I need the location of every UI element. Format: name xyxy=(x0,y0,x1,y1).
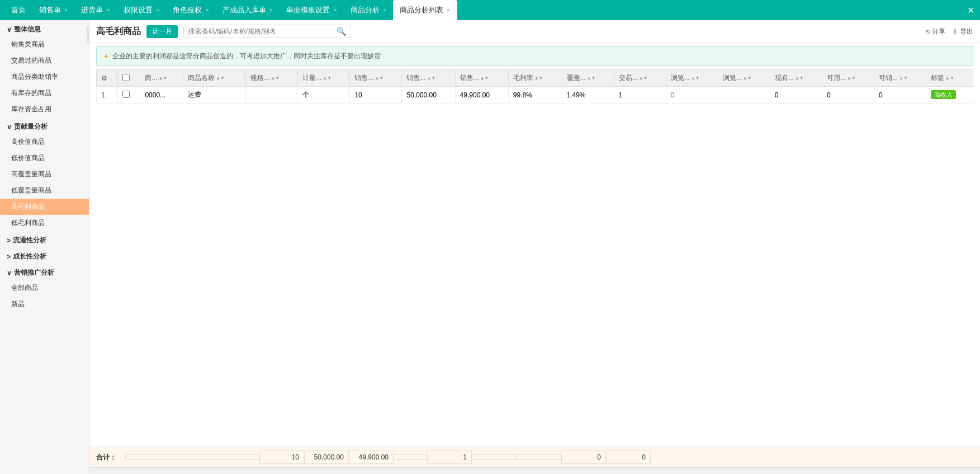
sort-icon-spec[interactable]: ▲▼ xyxy=(271,76,280,81)
col-header-views2[interactable]: 浏览...▲▼ xyxy=(718,70,770,87)
sort-icon-name[interactable]: ▲▼ xyxy=(216,76,225,81)
footer-spacer1 xyxy=(125,454,259,460)
footer-sales-amount: 50,000.00 xyxy=(304,450,349,464)
sidebar-item-1-5[interactable]: 低毛利商品 xyxy=(0,215,89,231)
sidebar-item-1-1[interactable]: 低价值商品 xyxy=(0,150,89,166)
footer-spacer2 xyxy=(394,454,427,460)
info-icon: ✦ xyxy=(103,53,109,60)
cell-salesProfit-0: 49,900.00 xyxy=(455,87,508,104)
close-window-icon[interactable]: ✕ xyxy=(967,5,974,16)
sidebar-toggle[interactable]: 《 xyxy=(87,26,89,43)
search-icon[interactable]: 🔍 xyxy=(337,27,346,36)
nav-tab-6[interactable]: 单据模板设置× xyxy=(280,0,343,20)
sort-icon-coverage[interactable]: ▲▼ xyxy=(587,76,596,81)
col-header-unit[interactable]: 计量...▲▼ xyxy=(298,70,350,87)
sort-icon-grossMargin[interactable]: ▲▼ xyxy=(534,76,543,81)
col-header-saleable[interactable]: 可销...▲▼ xyxy=(874,70,926,87)
cell-current-0: 0 xyxy=(770,87,822,104)
sidebar-item-0-0[interactable]: 销售类商品 xyxy=(0,36,89,53)
sidebar-item-0-2[interactable]: 商品分类助销率 xyxy=(0,69,89,85)
row-checkbox-0[interactable] xyxy=(122,91,130,98)
group-arrow-icon-4: ∨ xyxy=(7,269,12,277)
export-icon: ⇪ xyxy=(952,27,958,35)
sort-icon-saleable[interactable]: ▲▼ xyxy=(899,76,908,81)
sidebar-group-3[interactable]: >成长性分析 xyxy=(0,247,89,264)
tab-close-icon-6[interactable]: × xyxy=(333,7,337,13)
settings-icon[interactable]: ⚙ xyxy=(101,74,107,82)
col-header-index[interactable]: ⚙ xyxy=(97,70,118,87)
col-header-salesProfit[interactable]: 销售...▲▼ xyxy=(455,70,508,87)
nav-tab-1[interactable]: 销售单× xyxy=(32,0,74,20)
sort-icon-salesAmount[interactable]: ▲▼ xyxy=(427,76,435,81)
sidebar-group-0[interactable]: ∨整体信息 xyxy=(0,20,89,36)
views-link-0[interactable]: 0 xyxy=(671,91,675,99)
tab-close-icon-2[interactable]: × xyxy=(106,7,110,13)
tab-close-icon-7[interactable]: × xyxy=(383,7,386,13)
sort-icon-unit[interactable]: ▲▼ xyxy=(323,76,332,81)
sidebar-item-0-4[interactable]: 库存资金占用 xyxy=(0,101,89,118)
col-header-salesCount[interactable]: 销售...▲▼ xyxy=(350,70,402,87)
group-label-3: 成长性分析 xyxy=(13,252,46,261)
cell-available-0: 0 xyxy=(822,87,874,104)
tab-close-icon-3[interactable]: × xyxy=(156,7,159,13)
export-button[interactable]: ⇪ 导出 xyxy=(952,27,973,36)
content-area: 高毛利商品 近一月 🔍 ⎋ 分享 ⇪ 导出 ✦ 企业的主要的利润都是这部分商品创… xyxy=(89,20,980,474)
tab-close-icon-4[interactable]: × xyxy=(205,7,209,13)
footer-spacer4 xyxy=(517,454,561,460)
sidebar-item-1-0[interactable]: 高价值商品 xyxy=(0,134,89,150)
col-header-transactions[interactable]: 交易...▲▼ xyxy=(614,70,666,87)
nav-tab-3[interactable]: 权限设置× xyxy=(117,0,166,20)
sidebar-item-4-0[interactable]: 全部商品 xyxy=(0,280,89,296)
col-header-tag[interactable]: 标签▲▼ xyxy=(926,70,973,87)
info-banner: ✦ 企业的主要的利润都是这部分商品创造的，可考虑加大推广，同时关注库存是不要出现… xyxy=(96,46,973,66)
col-header-name[interactable]: 商品名称▲▼ xyxy=(183,70,246,87)
sort-icon-code[interactable]: ▲▼ xyxy=(158,76,167,81)
col-header-code[interactable]: 商...▲▼ xyxy=(140,70,183,87)
col-header-spec[interactable]: 规格...▲▼ xyxy=(246,70,298,87)
col-header-current[interactable]: 现有...▲▼ xyxy=(770,70,822,87)
sort-icon-salesProfit[interactable]: ▲▼ xyxy=(480,76,489,81)
sidebar-item-1-3[interactable]: 低覆盖量商品 xyxy=(0,182,89,199)
nav-tab-4[interactable]: 角色授权× xyxy=(166,0,215,20)
col-header-checkbox[interactable] xyxy=(117,70,140,87)
sidebar: 《 ∨整体信息销售类商品交易过的商品商品分类助销率有库存的商品库存资金占用∨贡献… xyxy=(0,20,89,474)
sort-icon-current[interactable]: ▲▼ xyxy=(795,76,804,81)
tab-close-icon-8[interactable]: × xyxy=(447,7,450,13)
sidebar-group-4[interactable]: ∨营销推广分析 xyxy=(0,264,89,280)
sort-icon-views2[interactable]: ▲▼ xyxy=(743,76,752,81)
sidebar-item-1-4[interactable]: 高毛利商品 xyxy=(0,199,89,215)
sidebar-item-4-1[interactable]: 新品 xyxy=(0,296,89,312)
col-header-grossMargin[interactable]: 毛利率▲▼ xyxy=(508,70,562,87)
sort-icon-available[interactable]: ▲▼ xyxy=(847,76,856,81)
col-header-salesAmount[interactable]: 销售...▲▼ xyxy=(402,70,455,87)
cell-views1-0: 0 xyxy=(666,87,718,104)
sidebar-item-0-1[interactable]: 交易过的商品 xyxy=(0,53,89,69)
nav-tab-8[interactable]: 商品分析列表× xyxy=(393,0,457,20)
nav-tab-7[interactable]: 商品分析× xyxy=(344,0,393,20)
sort-icon-tag[interactable]: ▲▼ xyxy=(945,76,954,81)
time-filter-button[interactable]: 近一月 xyxy=(146,25,178,38)
col-header-available[interactable]: 可用...▲▼ xyxy=(822,70,874,87)
nav-tab-5[interactable]: 产成品入库单× xyxy=(216,0,280,20)
cell-unit-0: 个 xyxy=(298,87,350,104)
sort-icon-salesCount[interactable]: ▲▼ xyxy=(375,76,384,81)
nav-tab-2[interactable]: 进货单× xyxy=(74,0,116,20)
cell-salesCount-0: 10 xyxy=(350,87,402,104)
tab-close-icon-5[interactable]: × xyxy=(269,7,273,13)
col-header-coverage[interactable]: 覆盖...▲▼ xyxy=(562,70,614,87)
sidebar-group-1[interactable]: ∨贡献量分析 xyxy=(0,118,89,134)
tab-close-icon-1[interactable]: × xyxy=(64,7,68,13)
nav-tab-0[interactable]: 首页 xyxy=(4,0,32,20)
sidebar-item-0-3[interactable]: 有库存的商品 xyxy=(0,85,89,101)
sort-icon-views1[interactable]: ▲▼ xyxy=(691,76,700,81)
footer-transactions: 1 xyxy=(427,450,472,464)
bottom-scrollbar[interactable] xyxy=(89,467,980,474)
sidebar-item-1-2[interactable]: 高覆盖量商品 xyxy=(0,166,89,182)
col-header-views1[interactable]: 浏览...▲▼ xyxy=(666,70,718,87)
sort-icon-transactions[interactable]: ▲▼ xyxy=(639,76,648,81)
sidebar-group-2[interactable]: >流通性分析 xyxy=(0,231,89,247)
share-button[interactable]: ⎋ 分享 xyxy=(926,27,945,36)
select-all-checkbox[interactable] xyxy=(122,74,130,81)
footer-sales-profit: 49,900.00 xyxy=(349,450,394,464)
search-input[interactable] xyxy=(188,27,337,35)
